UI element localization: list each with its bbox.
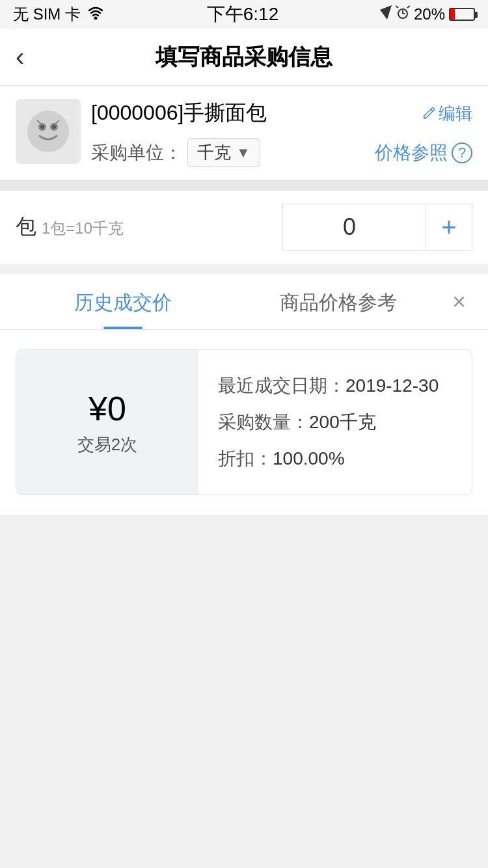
status-right: 20% — [380, 5, 475, 23]
wifi-icon — [86, 5, 105, 23]
tab-panel: 历史成交价 商品价格参考 × ¥0 交易2次 最近成交日期：2019-12-30 — [0, 274, 488, 515]
status-bar: 无 SIM 卡 下午6:12 — [0, 0, 488, 29]
svg-point-8 — [40, 125, 44, 129]
date-label: 最近成交日期： — [218, 375, 346, 396]
status-time: 下午6:12 — [207, 2, 279, 27]
tab-product-price-ref[interactable]: 商品价格参考 — [230, 274, 445, 329]
battery-percent: 20% — [414, 5, 445, 23]
quantity-detail-value: 200千克 — [309, 412, 376, 432]
history-price-section: ¥0 交易2次 — [16, 350, 198, 495]
status-left: 无 SIM 卡 — [13, 4, 105, 25]
tab-close-button[interactable]: × — [446, 282, 472, 322]
quantity-detail-row: 采购数量：200千克 — [218, 410, 452, 435]
discount-row: 折扣：100.00% — [218, 446, 452, 471]
svg-point-9 — [52, 125, 56, 129]
quantity-unit: 包 — [16, 213, 36, 241]
back-button[interactable]: ‹ — [16, 42, 24, 72]
product-info: [0000006]手撕面包 编辑 采购单位： 千克 — [91, 99, 472, 167]
battery-icon — [449, 8, 475, 21]
tab-history-price[interactable]: 历史成交价 — [16, 274, 230, 329]
discount-value: 100.00% — [273, 448, 345, 468]
unit-label: 采购单位： — [91, 141, 182, 165]
tab-bar: 历史成交价 商品价格参考 × — [0, 274, 488, 330]
quantity-row: 包 1包=10千克 + — [0, 191, 488, 264]
carrier-text: 无 SIM 卡 — [13, 4, 81, 25]
product-card: [0000006]手撕面包 编辑 采购单位： 千克 — [0, 86, 488, 180]
nav-bar: ‹ 填写商品采购信息 — [0, 29, 488, 86]
date-value: 2019-12-30 — [346, 375, 439, 396]
price-ref-label: 价格参照 — [375, 141, 448, 165]
tab-content: ¥0 交易2次 最近成交日期：2019-12-30 采购数量：200千克 折扣：… — [0, 330, 488, 515]
price-number: 0 — [107, 390, 126, 427]
edit-label: 编辑 — [439, 102, 472, 125]
page-title: 填写商品采购信息 — [156, 42, 332, 72]
trade-count: 交易2次 — [77, 433, 137, 456]
product-thumbnail — [16, 99, 81, 164]
app-container: 无 SIM 卡 下午6:12 — [0, 0, 488, 868]
unit-select[interactable]: 千克 ▼ — [187, 138, 260, 167]
discount-label: 折扣： — [218, 448, 273, 468]
price-reference-button[interactable]: 价格参照 ? — [375, 141, 472, 165]
history-details-section: 最近成交日期：2019-12-30 采购数量：200千克 折扣：100.00% — [198, 350, 472, 495]
help-icon: ? — [452, 142, 472, 163]
history-price-value: ¥0 — [88, 389, 126, 428]
quantity-plus-button[interactable]: + — [426, 204, 472, 251]
svg-point-0 — [94, 17, 98, 20]
alarm-icon — [396, 5, 410, 23]
quantity-detail-label: 采购数量： — [218, 412, 309, 432]
unit-dropdown-arrow: ▼ — [236, 144, 251, 161]
svg-point-5 — [27, 111, 69, 152]
unit-value: 千克 — [197, 141, 231, 164]
edit-button[interactable]: 编辑 — [422, 102, 472, 125]
quantity-hint: 1包=10千克 — [42, 218, 124, 239]
separator — [0, 180, 488, 191]
date-row: 最近成交日期：2019-12-30 — [218, 373, 452, 398]
location-icon — [380, 5, 392, 23]
yuan-symbol: ¥ — [88, 390, 107, 427]
quantity-input[interactable] — [282, 204, 426, 251]
product-name: [0000006]手撕面包 — [91, 99, 267, 128]
history-card: ¥0 交易2次 最近成交日期：2019-12-30 采购数量：200千克 折扣：… — [16, 349, 472, 495]
svg-marker-1 — [380, 5, 392, 20]
